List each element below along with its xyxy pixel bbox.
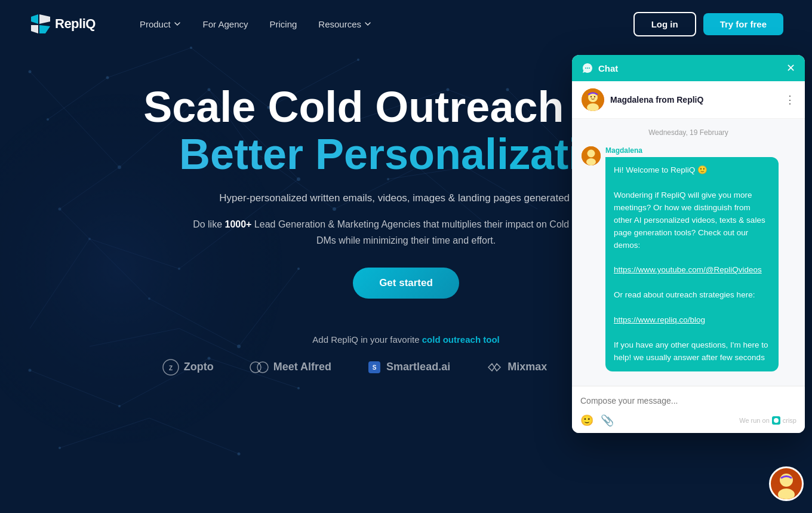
message-text-2: Wondering if RepliQ will give you more m…: [614, 189, 770, 252]
chat-powered-by: We run on crisp: [739, 416, 796, 425]
svg-point-76: [588, 150, 595, 158]
support-avatar[interactable]: [769, 466, 804, 501]
navbar: RepliQ Product For Agency Pricing Resour…: [0, 0, 812, 48]
zopto-icon: Z: [162, 359, 179, 376]
message-bubble: Hi! Welcome to RepliQ 🙂 Wondering if Rep…: [605, 157, 779, 371]
smartlead-label: Smartlead.ai: [386, 361, 450, 373]
login-button[interactable]: Log in: [633, 12, 696, 36]
chat-input-icons: 🙂 📎: [580, 414, 614, 427]
zopto-label: Zopto: [184, 361, 214, 373]
nav-pricing[interactable]: Pricing: [261, 14, 305, 34]
hero-description: Do like 1000+ Lead Generation & Marketin…: [191, 216, 621, 248]
svg-point-67: [585, 67, 586, 69]
agent-avatar: [582, 88, 604, 111]
partner-smartlead: S Smartlead.ai: [367, 360, 450, 374]
message-text-4: If you have any other questions, I'm her…: [614, 339, 770, 364]
partners-title-prefix: Add RepliQ in your favorite: [312, 334, 422, 345]
partners-title-highlight: cold outreach tool: [422, 334, 500, 345]
nav-agency[interactable]: For Agency: [195, 14, 257, 34]
nav-product-label: Product: [140, 19, 171, 29]
message-avatar: [582, 146, 601, 165]
chat-agent-bar: Magdalena from RepliQ ⋮: [572, 81, 805, 119]
emoji-button[interactable]: 🙂: [580, 414, 593, 427]
chat-messages[interactable]: Wednesday, 19 February Magdalena Hi! Wel…: [572, 119, 805, 386]
chat-bubble-icon: [582, 62, 593, 74]
message-avatar-image: [582, 146, 601, 165]
svg-point-74: [594, 96, 595, 97]
nav-resources[interactable]: Resources: [310, 14, 380, 34]
crisp-label: We run on: [739, 417, 770, 424]
chat-header-left: Chat: [582, 62, 618, 74]
svg-point-78: [774, 418, 779, 423]
logo[interactable]: RepliQ: [29, 12, 96, 36]
mixmax-icon: [486, 361, 503, 373]
chat-date: Wednesday, 19 February: [582, 128, 795, 137]
try-free-button[interactable]: Try for free: [703, 13, 783, 35]
svg-point-54: [297, 387, 300, 389]
chat-message-row: Magdalena Hi! Welcome to RepliQ 🙂 Wonder…: [582, 146, 795, 371]
svg-point-68: [587, 67, 588, 69]
svg-point-56: [238, 453, 241, 456]
agent-name: Magdalena from RepliQ: [610, 95, 703, 105]
mixmax-label: Mixmax: [508, 361, 547, 373]
svg-point-77: [586, 158, 596, 165]
message-link-2[interactable]: https://www.repliq.co/blog: [614, 315, 705, 324]
partner-mixmax: Mixmax: [486, 361, 547, 373]
meatalfred-icon: [250, 361, 269, 373]
logo-wordmark: RepliQ: [55, 16, 96, 32]
hero-subtitle: Hyper-personalized written emails, video…: [197, 190, 615, 206]
chat-close-button[interactable]: ✕: [786, 63, 795, 73]
meatalfred-label: Meet Alfred: [273, 361, 331, 373]
nav-actions: Log in Try for free: [633, 12, 783, 36]
chat-header-bar: Chat ✕: [572, 55, 805, 81]
svg-text:Z: Z: [169, 365, 173, 371]
message-link-1[interactable]: https://www.youtube.com/@RepliQvideos: [614, 265, 762, 274]
chat-label: Chat: [598, 63, 618, 73]
partner-zopto: Z Zopto: [162, 359, 214, 376]
crisp-icon: [773, 417, 779, 423]
chat-agent-info: Magdalena from RepliQ: [582, 88, 703, 111]
svg-point-63: [257, 362, 268, 373]
attach-button[interactable]: 📎: [601, 414, 614, 427]
chat-compose-input[interactable]: [580, 392, 796, 409]
nav-pricing-label: Pricing: [269, 19, 297, 29]
chat-widget: Chat ✕ Magdalena from RepliQ ⋮: [572, 55, 805, 433]
get-started-button[interactable]: Get started: [353, 268, 459, 299]
chevron-down-icon: [173, 20, 182, 28]
chat-input-area: 🙂 📎 We run on crisp: [572, 386, 805, 433]
crisp-logo: [772, 416, 780, 425]
nav-resources-label: Resources: [318, 19, 361, 29]
nav-product[interactable]: Product: [131, 14, 190, 34]
svg-point-73: [590, 96, 592, 97]
hero-bold-number: 1000+: [224, 219, 251, 229]
crisp-brand: crisp: [783, 417, 796, 424]
support-avatar-image: [771, 468, 802, 499]
svg-point-55: [59, 447, 61, 449]
message-sender-name: Magdalena: [605, 146, 779, 155]
nav-agency-label: For Agency: [203, 19, 248, 29]
chevron-down-icon-2: [364, 20, 372, 28]
message-text-1: Hi! Welcome to RepliQ 🙂: [614, 164, 770, 177]
smartlead-icon: S: [367, 360, 382, 374]
svg-text:S: S: [373, 364, 377, 371]
hero-desc-suffix: Lead Generation & Marketing Agencies tha…: [251, 219, 619, 245]
message-text-3: Or read about outreach strategies here:: [614, 289, 770, 302]
chat-input-actions: 🙂 📎 We run on crisp: [580, 414, 796, 427]
message-content: Magdalena Hi! Welcome to RepliQ 🙂 Wonder…: [605, 146, 779, 371]
svg-point-69: [589, 67, 590, 69]
chat-menu-button[interactable]: ⋮: [785, 93, 795, 106]
nav-links: Product For Agency Pricing Resources: [131, 14, 633, 34]
partner-meatalfred: Meet Alfred: [250, 361, 331, 373]
avatar-image: [582, 88, 604, 111]
